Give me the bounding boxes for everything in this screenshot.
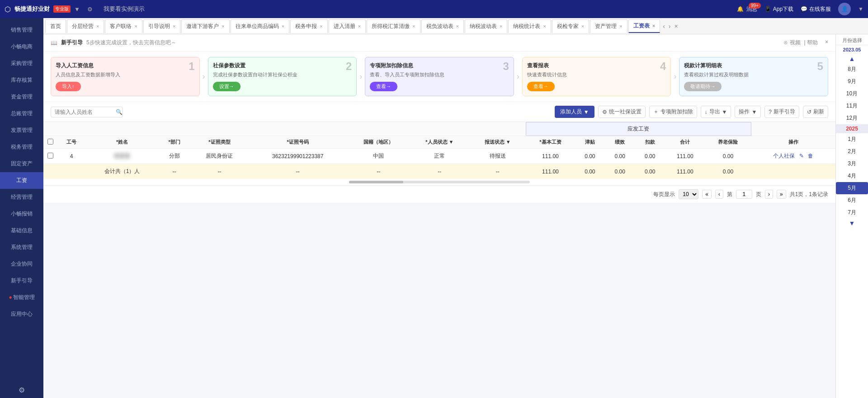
edit-icon[interactable]: ✎ [799, 153, 804, 159]
sidebar-item-operation[interactable]: 经营管理 [0, 189, 43, 206]
month-4[interactable]: 4月 [836, 170, 868, 182]
month-9[interactable]: 9月 [836, 75, 868, 88]
step-btn-4[interactable]: 查看→ [527, 82, 555, 91]
tab-kh-close[interactable]: × [134, 23, 137, 29]
tab-wl-close[interactable]: × [282, 23, 284, 29]
video-link[interactable]: ⊙ 视频 [783, 39, 800, 47]
operate-button[interactable]: 操作 ▼ [735, 106, 761, 118]
tab-qc[interactable]: 进入清册× [329, 19, 366, 33]
tab-gz-close[interactable]: × [652, 23, 655, 28]
special-deduct-button[interactable]: ＋ 专项附加扣除 [649, 106, 697, 118]
tab-fb-close[interactable]: × [456, 23, 459, 29]
scroll-thumb[interactable] [349, 181, 403, 183]
row-checkbox[interactable] [47, 153, 53, 159]
sidebar-item-ledger[interactable]: 总账管理 [0, 105, 43, 122]
app-download-button[interactable]: 📱 App下载 [764, 5, 793, 13]
tab-sd[interactable]: 所得税汇算清缴× [367, 19, 420, 33]
tab-fb[interactable]: 税负波动表× [421, 19, 464, 33]
tab-zc[interactable]: 资产管理× [590, 19, 627, 33]
month-6[interactable]: 6月 [836, 194, 868, 206]
user-avatar[interactable]: 👤 [838, 3, 851, 15]
tab-close-all[interactable]: × [672, 23, 679, 30]
send-filter-icon[interactable]: ▼ [506, 139, 511, 145]
delete-icon[interactable]: 🗑 [808, 153, 813, 159]
new-guide-button[interactable]: ? 新手引导 [764, 106, 799, 118]
last-page-button[interactable]: » [777, 190, 786, 199]
sidebar-item-apps[interactable]: 应用中心 [0, 306, 43, 323]
month-11[interactable]: 11月 [836, 100, 868, 112]
personal-social-link[interactable]: 个人社保 [773, 153, 795, 159]
step-btn-2[interactable]: 设置→ [213, 82, 241, 91]
tab-nav-prev[interactable]: ‹ [661, 23, 667, 30]
tab-sd-close[interactable]: × [412, 23, 415, 29]
tab-nav-next[interactable]: › [667, 23, 673, 30]
per-page-select[interactable]: 10 20 50 [679, 189, 698, 199]
settings-bottom-icon[interactable]: ⚙ [19, 386, 25, 394]
month-10[interactable]: 10月 [836, 88, 868, 100]
refresh-button[interactable]: ↺ 刷新 [803, 106, 828, 118]
sidebar-item-salary[interactable]: 工资 [0, 172, 43, 189]
step-btn-5[interactable]: 敬请期待→ [684, 82, 722, 91]
next-page-button[interactable]: › [765, 190, 773, 199]
add-person-button[interactable]: 添加人员 ▼ [555, 106, 594, 118]
tab-wl[interactable]: 往来单位商品编码× [231, 19, 289, 33]
status-filter-icon[interactable]: ▼ [449, 139, 454, 145]
month-8[interactable]: 8月 [836, 63, 868, 75]
tab-yd-close[interactable]: × [173, 23, 175, 29]
tab-fen-close[interactable]: × [96, 23, 99, 29]
close-guide-icon[interactable]: × [825, 39, 828, 47]
tab-sw[interactable]: 税务申报× [290, 19, 327, 33]
tab-ns[interactable]: 纳税统计表× [508, 19, 551, 33]
sidebar-item-asset[interactable]: 固定资产 [0, 155, 43, 172]
tab-nb[interactable]: 纳税波动表× [465, 19, 507, 33]
month-down-button[interactable]: ▼ [848, 219, 856, 228]
sidebar-item-smart[interactable]: ●智能管理 [0, 289, 43, 306]
first-page-button[interactable]: « [702, 190, 712, 199]
tab-ns-close[interactable]: × [543, 23, 546, 29]
month-2[interactable]: 2月 [836, 145, 868, 158]
sidebar-item-purchase[interactable]: 采购管理 [0, 55, 43, 72]
month-1[interactable]: 1月 [836, 133, 868, 145]
tab-kh[interactable]: 客户联络× [105, 19, 142, 33]
tab-gz[interactable]: 工资表× [628, 19, 660, 33]
sidebar-item-enterprise[interactable]: 企业协同 [0, 256, 43, 272]
sidebar-item-tax[interactable]: 税务管理 [0, 139, 43, 155]
sidebar-item-basic[interactable]: 基础信息 [0, 222, 43, 239]
sidebar-item-report[interactable]: 小畅报销 [0, 206, 43, 222]
tab-nb-close[interactable]: × [500, 23, 502, 29]
unified-social-button[interactable]: ⚙ 统一社保设置 [598, 106, 646, 118]
tab-yq[interactable]: 邀请下游客户× [181, 19, 229, 33]
dropdown-icon[interactable]: ▼ [74, 6, 80, 13]
step-btn-1[interactable]: 导入↑ [56, 82, 81, 91]
step-btn-3[interactable]: 查看→ [370, 82, 397, 91]
sidebar-item-sales[interactable]: 销售管理 [0, 22, 43, 38]
month-up-button[interactable]: ▲ [848, 54, 856, 63]
tab-zc-close[interactable]: × [619, 23, 622, 29]
user-menu-button[interactable]: ▼ [858, 6, 863, 12]
sidebar-item-ecommerce[interactable]: 小畅电商 [0, 38, 43, 55]
help-link[interactable]: | 帮助 [804, 39, 818, 47]
sidebar-item-capital[interactable]: 资金管理 [0, 89, 43, 105]
settings-icon[interactable]: ⚙ [87, 6, 93, 13]
sidebar-item-inventory[interactable]: 库存核算 [0, 72, 43, 89]
online-support-button[interactable]: 💬 在线客服 [801, 5, 831, 13]
page-number-input[interactable] [736, 190, 752, 199]
demo-link[interactable]: 我要看实例演示 [104, 5, 145, 13]
search-input[interactable] [51, 107, 123, 117]
tab-yq-close[interactable]: × [222, 23, 224, 29]
month-7[interactable]: 7月 [836, 206, 868, 219]
month-3[interactable]: 3月 [836, 158, 868, 170]
tab-jc[interactable]: 税检专家× [552, 19, 589, 33]
tab-sw-close[interactable]: × [320, 23, 322, 29]
tab-home[interactable]: 首页 [45, 19, 66, 33]
sidebar-item-guide[interactable]: 新手引导 [0, 272, 43, 289]
month-5[interactable]: 5月 [836, 182, 868, 194]
sidebar-item-system[interactable]: 系统管理 [0, 239, 43, 256]
prev-page-button[interactable]: ‹ [715, 190, 723, 199]
tab-yd[interactable]: 引导说明× [143, 19, 180, 33]
tab-fen[interactable]: 分层经营× [67, 19, 104, 33]
tab-qc-close[interactable]: × [358, 23, 361, 29]
tab-jc-close[interactable]: × [581, 23, 584, 29]
month-12[interactable]: 12月 [836, 112, 868, 124]
sidebar-item-invoice[interactable]: 发票管理 [0, 122, 43, 139]
